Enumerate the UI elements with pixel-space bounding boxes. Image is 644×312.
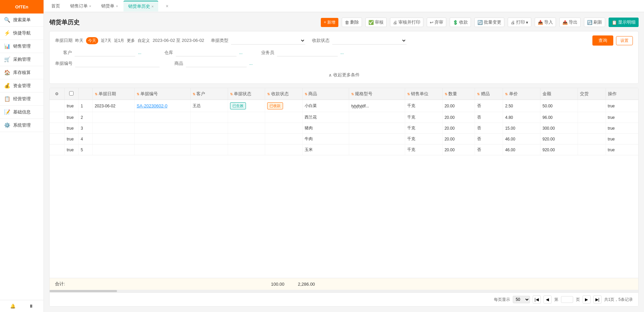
col-checkbox[interactable] (64, 88, 78, 100)
batch-change-button[interactable]: 🔄 批量变更 (474, 18, 504, 27)
table-cell (578, 112, 606, 123)
table-cell: 300.00 (540, 123, 578, 134)
table-cell: 猪肉 (302, 123, 349, 134)
tab-sales-order-close[interactable]: × (89, 4, 91, 8)
query-button[interactable]: 查询 (592, 35, 613, 46)
col-doc-date[interactable]: ⇅ 单据日期 (92, 88, 134, 100)
sidebar-item-quick-nav[interactable]: ⚡ 快捷导航 (0, 27, 44, 40)
table-cell (50, 123, 64, 134)
collect-button[interactable]: 💲 收款 (450, 18, 471, 27)
last-page-button[interactable]: ▶| (593, 295, 601, 304)
tab-sales-history-close[interactable]: × (151, 4, 153, 8)
shortcut-more[interactable]: 更多 (127, 38, 135, 44)
sidebar-item-sales-mgmt[interactable]: 📊 销售管理 (0, 40, 44, 53)
customer-input[interactable] (75, 49, 135, 56)
shortcut-1month[interactable]: 近1月 (114, 38, 124, 44)
tab-sales-history[interactable]: 销货单历史 × (123, 1, 158, 11)
table-cell: 千克 (405, 134, 443, 145)
next-page-button[interactable]: ▶ (583, 295, 591, 304)
col-goods[interactable]: ⇅ 商品 (302, 88, 349, 100)
col-spec[interactable]: ⇅ 规格型号 (349, 88, 405, 100)
sidebar-item-search-menu[interactable]: 🔍 搜索菜单 (0, 14, 44, 27)
per-page-select[interactable]: 50 10 20 100 (513, 296, 530, 303)
add-button[interactable]: + 新增 (321, 18, 338, 27)
payment-status-select[interactable] (332, 36, 407, 45)
col-unit-price[interactable]: ⇅ 单价 (503, 88, 540, 100)
shortcut-yesterday[interactable]: 昨天 (75, 38, 83, 44)
col-customer[interactable]: ⇅ 客户 (191, 88, 228, 100)
sidebar-item-operations[interactable]: 📋 经营管理 (0, 93, 44, 106)
table-cell: 920.00 (540, 134, 578, 145)
col-payment-status[interactable]: ⇅ 收款状态 (265, 88, 303, 100)
sidebar-item-inventory[interactable]: 🏠 库存核算 (0, 66, 44, 79)
table-cell: 否 (475, 123, 503, 134)
select-all-checkbox[interactable] (69, 91, 74, 96)
total-pages-label: 页 (576, 297, 580, 303)
tab-sales-goods-close[interactable]: × (116, 4, 118, 8)
tab-sales-order[interactable]: 销售订单 × (65, 1, 96, 11)
delete-button[interactable]: 🗑 删除 (342, 18, 362, 27)
filter-date-field: 单据日期 昨天 今天 近7天 近1月 更多 自定义 2023-06-02 至 2… (55, 37, 204, 44)
audit-button[interactable]: ✅ 审核 (365, 18, 387, 27)
sidebar-footer-icon1[interactable]: 🔔 (10, 304, 16, 309)
scrollbar-thumb[interactable] (50, 290, 117, 292)
tab-home[interactable]: 首页 (47, 1, 65, 11)
table-cell (50, 145, 64, 155)
shortcut-today[interactable]: 今天 (86, 37, 98, 44)
col-qty[interactable]: ⇅ 数量 (442, 88, 475, 100)
col-doc-status[interactable]: ⇅ 单据状态 (228, 88, 265, 100)
warehouse-input[interactable] (176, 49, 236, 56)
salesperson-ellipsis[interactable]: ... (340, 50, 344, 55)
warehouse-ellipsis[interactable]: ... (239, 50, 243, 55)
basic-info-icon: 📝 (4, 109, 10, 115)
show-detail-button[interactable]: 📋 显示明细 (609, 18, 639, 27)
table-cell (349, 112, 405, 123)
goods-input[interactable] (186, 60, 247, 67)
set-button[interactable]: 设置 (616, 36, 633, 45)
shortcut-7days[interactable]: 近7天 (101, 38, 111, 44)
tab-close-all-btn[interactable]: × (166, 3, 168, 9)
table-header-row: ⚙ ⇅ 单据日期 ⇅ 单据编号 ⇅ 客户 ⇅ 单据状态 ⇅ 收款状态 ⇅ 商品 … (50, 88, 638, 100)
page-number-input[interactable]: 1 (561, 296, 573, 303)
sidebar-item-purchase-mgmt[interactable]: 🛒 采购管理 (0, 53, 44, 66)
tab-home-label: 首页 (51, 3, 60, 9)
table-cell (228, 145, 265, 155)
table-cell: 20.00 (442, 145, 475, 155)
sidebar-footer-icon2[interactable]: ⏸ (29, 304, 33, 309)
export-button[interactable]: 📤 导出 (559, 18, 581, 27)
refresh-icon: 🔃 (587, 20, 592, 25)
sidebar-item-basic-info[interactable]: 📝 基础信息 (0, 106, 44, 119)
print-button[interactable]: 🖨 打印 ▾ (508, 18, 531, 27)
col-unit[interactable]: ⇅ 销售单位 (405, 88, 443, 100)
col-gear[interactable]: ⚙ (50, 88, 64, 100)
shortcut-custom[interactable]: 自定义 (138, 38, 150, 44)
data-table-container: ⚙ ⇅ 单据日期 ⇅ 单据编号 ⇅ 客户 ⇅ 单据状态 ⇅ 收款状态 ⇅ 商品 … (49, 88, 639, 307)
purchase-mgmt-icon: 🛒 (4, 56, 10, 62)
docno-input[interactable] (75, 60, 160, 67)
salesperson-input[interactable] (277, 49, 338, 56)
col-doc-no[interactable]: ⇅ 单据编号 (135, 88, 191, 100)
import-button[interactable]: 📥 导入 (535, 18, 556, 27)
sidebar-item-sys-mgmt[interactable]: ⚙️ 系统管理 (0, 119, 44, 132)
doc-no-link[interactable]: SA-20230602-0 (137, 103, 167, 108)
table-cell: true (64, 134, 78, 145)
table-cell (349, 123, 405, 134)
refresh-button[interactable]: 🔃 刷新 (584, 18, 605, 27)
doc-type-select[interactable] (231, 36, 305, 45)
table-cell (578, 123, 606, 134)
abandon-button[interactable]: ↩ 弃审 (427, 18, 446, 27)
tab-sales-goods[interactable]: 销货单 × (96, 1, 122, 11)
col-gift[interactable]: ⇅ 赠品 (475, 88, 503, 100)
sidebar-item-finance[interactable]: 💰 资金管理 (0, 79, 44, 93)
filter-collapse[interactable]: ∧ 收起更多条件 (55, 71, 633, 79)
prev-page-button[interactable]: ◀ (543, 295, 552, 304)
table-cell: 2.50 (503, 100, 540, 112)
table-cell (50, 134, 64, 145)
first-page-button[interactable]: |◀ (533, 295, 541, 304)
customer-ellipsis[interactable]: ... (138, 50, 141, 55)
table-cell (191, 123, 228, 134)
audit-print-button[interactable]: 🖨 审核并打印 (390, 18, 423, 27)
goods-ellipsis[interactable]: ... (249, 61, 253, 66)
table-cell (578, 134, 606, 145)
tabs-bar: 首页 销售订单 × 销货单 × 销货单历史 × × (44, 0, 644, 12)
